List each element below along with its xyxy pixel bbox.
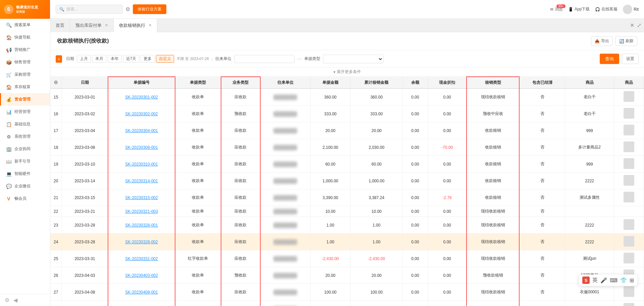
sidebar-item-member[interactable]: V 畅会员 [0,192,50,205]
export-btn[interactable]: 📤 导出 [591,36,613,46]
refresh-btn[interactable]: 🔄 刷新 [615,36,637,46]
row-bill-type: 收款单 [175,189,221,206]
sogou-skin-icon[interactable]: 👕 [620,277,627,284]
tab-expand-btn[interactable]: ⤢ [637,22,641,28]
row-bill-no[interactable]: SK-20230304-001 [108,122,175,139]
partner-filter-label: 往来单位 [215,56,231,62]
row-amount: 60.00 [310,156,351,173]
row-bill-no[interactable]: SK-20230315-002 [108,189,175,206]
row-partner: ████████ [260,234,311,250]
sogou-keyboard-icon[interactable]: ⌨ [610,277,618,284]
user-avatar [623,5,632,14]
sidebar-item-operations[interactable]: 📊 经营管理 [0,106,50,118]
app-download-btn[interactable]: 📱 App下载 [568,6,590,12]
row-bill-no[interactable]: SK-20230331-002 [108,250,175,267]
tab-purchase-bill[interactable]: 预出库应付单 ✕ [70,19,114,32]
query-btn[interactable]: 查询 [600,54,619,64]
row-bill-no[interactable]: SK-20230314-001 [108,173,175,189]
row-date: 2023-04-18 [62,301,108,306]
tab-verify-close-icon[interactable]: ✕ [149,23,152,27]
tab-verify[interactable]: 收款核销执行 ✕ [114,19,157,32]
sidebar-item-sales[interactable]: 📦 销售管理 [0,56,50,68]
sogou-grid-icon[interactable]: ⊞ [630,277,634,284]
tab-home[interactable]: 首页 [50,19,70,32]
row-no: 18 [50,139,62,156]
online-service-btn[interactable]: 🎧 在线客服 [595,6,618,12]
last-month-btn[interactable]: 上月 [77,55,91,63]
filter-action-btns: 查询 设置 [600,54,639,64]
last-7days-btn[interactable]: 近7天 [123,55,140,63]
row-no: 24 [50,234,62,250]
row-bill-no[interactable]: SK-20230302-002 [108,106,175,122]
sidebar-item-inventory[interactable]: 🏠 库存核算 [0,81,50,93]
column-settings-icon[interactable]: ⚙ [54,80,58,85]
sidebar-item-quick[interactable]: 🏠 快捷导航 [0,31,50,44]
tab-verify-label: 收款核销执行 [119,22,145,28]
row-bill-no[interactable]: SK-20230328-002 [108,234,175,250]
expand-conditions-btn[interactable]: ▾ 展开更多条件 [333,69,361,75]
search-icon: 🔍 [59,7,64,12]
col-settings[interactable]: ⚙ [50,77,62,88]
custom-date-btn[interactable]: 自定义 [156,55,174,63]
table-row: 15 2023-03-01 SK-20230301-002 收款单 应收款 ██… [50,88,644,106]
row-bill-no[interactable]: SK-20230408-001 [108,284,175,301]
filter-toggle-btn[interactable]: » [56,55,62,63]
row-partner: ████████ [260,189,311,206]
row-included: 否 [519,106,565,122]
row-balance: 0.00 [402,206,428,217]
message-btn[interactable]: ✉ 消息 99+ [550,6,563,12]
partner-more-btn[interactable]: ··· [297,56,302,62]
row-biz-type: 应收款 [221,206,260,217]
row-goods: 测试多属性 [565,189,614,206]
sogou-mic-icon[interactable]: 🎤 [600,277,607,284]
row-no: 17 [50,122,62,139]
sidebar-item-enterprise[interactable]: 🏢 企业协同 [0,143,50,155]
gear-icon[interactable]: ⚙ [125,6,130,12]
tab-purchase-close-icon[interactable]: ✕ [105,23,108,27]
row-verified: 100.00 [351,301,402,306]
row-bill-no[interactable]: SK-20230328-001 [108,217,175,234]
row-bill-no[interactable]: SK-20230321-003 [108,206,175,217]
sidebar-item-search[interactable]: 🔍 搜索菜单 [0,19,50,31]
sogou-english-icon[interactable]: 英 [592,277,598,284]
sidebar-collapse-icon[interactable]: ◀ [13,297,17,303]
sidebar-item-marketing[interactable]: 📢 营销推广 [0,44,50,56]
sidebar-item-label: 搜索菜单 [14,22,31,28]
sidebar-item-system[interactable]: ⚙ 系统管理 [0,130,50,143]
expand-bar: ▾ 展开更多条件 [50,68,644,76]
sidebar-item-purchase[interactable]: 🛒 采购管理 [0,68,50,81]
row-bill-no[interactable]: SK-20230308-001 [108,139,175,156]
sidebar-settings-icon[interactable]: ⚙ [5,297,9,303]
this-month-btn[interactable]: 本月 [92,55,106,63]
industry-btn[interactable]: 体验行业方案 [133,4,166,14]
table-row: 27 2023-04-08 SK-20230408-001 收款单 应收款 ██… [50,284,644,301]
user-area[interactable]: Rit [623,5,639,14]
row-bill-no[interactable]: SK-20230310-001 [108,156,175,173]
setting-btn[interactable]: 设置 [622,54,639,64]
col-date: 日期 [62,77,108,88]
sidebar-item-hardware[interactable]: 💻 智能硬件 [0,168,50,180]
row-balance: 0.00 [402,189,428,206]
row-included: 否 [519,301,565,306]
enterprise-icon: 🏢 [6,146,12,152]
tab-close-btn[interactable]: ✕ [630,22,634,28]
partner-input[interactable] [234,55,294,63]
header-actions: 📤 导出 🔄 刷新 [591,36,637,50]
row-bill-no[interactable]: SK-20230418-001 [108,301,175,306]
more-date-btn[interactable]: 更多 [141,55,155,63]
sidebar-item-finance[interactable]: 💰 资金管理 [0,93,50,106]
sidebar-item-wechat[interactable]: 💬 企业微信 [0,180,50,192]
search-box[interactable]: 🔍 搜索... [56,5,123,14]
row-partner: ████████ [260,250,311,267]
bill-type-select[interactable] [323,55,383,63]
sidebar-item-basic[interactable]: 📋 基础信息 [0,118,50,130]
col-partner: 往来单位 [260,77,311,88]
this-year-btn[interactable]: 本年 [108,55,122,63]
sidebar-item-guide[interactable]: 📖 新手引导 [0,155,50,168]
row-balance: 0.00 [402,284,428,301]
row-bill-no[interactable]: SK-20230403-002 [108,267,175,284]
system-icon: ⚙ [6,134,12,139]
row-goods-img [614,206,644,217]
row-bill-no[interactable]: SK-20230301-002 [108,88,175,106]
row-discount: 0.00 [428,250,467,267]
